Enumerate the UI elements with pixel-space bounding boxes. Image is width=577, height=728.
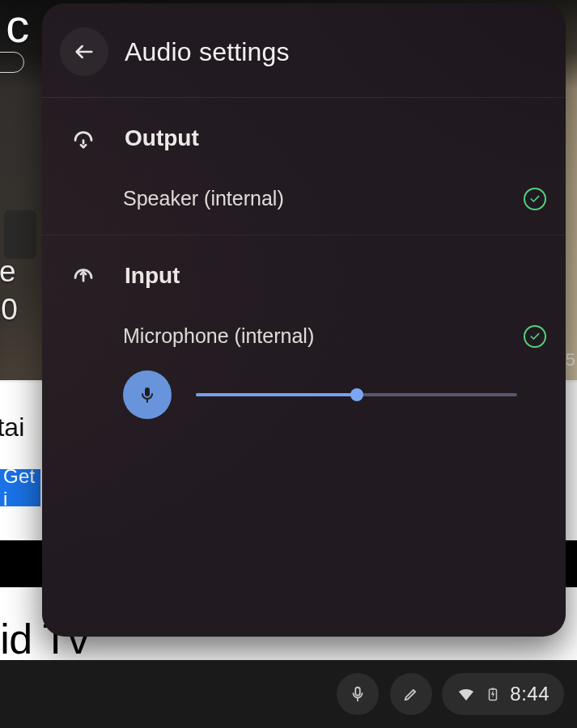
dictation-button[interactable] <box>337 673 379 715</box>
output-device-row[interactable]: Speaker (internal) <box>42 171 566 233</box>
status-tray[interactable]: 8:44 <box>442 673 564 715</box>
mic-gain-slider[interactable] <box>196 375 517 414</box>
edit-icon <box>402 685 420 703</box>
input-device-label: Microphone (internal) <box>123 324 314 348</box>
output-device-label: Speaker (internal) <box>123 187 284 210</box>
stylus-button[interactable] <box>390 673 432 715</box>
arrow-left-icon <box>73 40 95 63</box>
hero-caption-line2: 020 <box>0 293 18 326</box>
microphone-icon <box>349 685 367 703</box>
svg-rect-0 <box>145 387 150 396</box>
panel-title: Audio settings <box>125 37 290 67</box>
input-section-title: Input <box>125 263 180 289</box>
slider-track-fill <box>196 393 357 396</box>
output-section-header: Output <box>42 98 566 171</box>
battery-charging-icon <box>486 684 500 704</box>
mic-toggle-button[interactable] <box>123 370 172 419</box>
headphones-output-icon <box>71 126 95 150</box>
mic-gain-row <box>42 359 566 419</box>
hero-caption: ave 020 <box>0 252 18 329</box>
hero-chip <box>0 52 24 73</box>
hero-caption-line1: ave <box>0 255 16 288</box>
hero-title-fragment: e c <box>0 0 49 53</box>
slider-thumb[interactable] <box>350 388 363 401</box>
selected-check-icon <box>524 188 546 210</box>
output-section-title: Output <box>125 125 199 151</box>
back-button[interactable] <box>60 28 108 76</box>
content-strip-label: ertai <box>0 413 24 442</box>
hero-right-number: 5 <box>566 349 575 370</box>
audio-settings-panel: Audio settings Output Speaker (internal)… <box>42 3 566 637</box>
hero-device <box>4 210 36 259</box>
input-section-header: Input <box>42 235 566 308</box>
get-button[interactable]: Get i <box>0 469 40 506</box>
clock: 8:44 <box>510 683 549 705</box>
input-device-row[interactable]: Microphone (internal) <box>42 308 566 359</box>
svg-rect-3 <box>491 688 494 690</box>
microphone-icon <box>138 385 157 404</box>
svg-rect-1 <box>356 688 361 696</box>
headphones-input-icon <box>71 264 95 288</box>
panel-header: Audio settings <box>42 3 566 97</box>
shelf: 8:44 <box>0 660 577 728</box>
wifi-icon <box>456 684 476 704</box>
selected-check-icon <box>524 325 546 348</box>
